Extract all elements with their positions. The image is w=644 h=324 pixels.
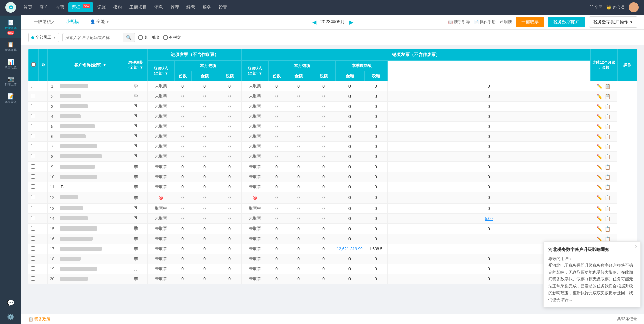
edit-icon[interactable]: ✏️ [597,154,602,159]
avatar[interactable] [629,2,639,12]
sidebar-item-smart-ticket[interactable]: 🧾 智能取票 new [0,16,21,38]
copy-icon[interactable]: 📋 [605,134,610,139]
row-checkbox[interactable] [31,184,35,189]
nav-item-manage[interactable]: 管理 [167,2,182,12]
copy-icon[interactable]: 📋 [605,84,610,89]
edit-icon[interactable]: ✏️ [597,104,602,109]
search-input[interactable] [63,34,123,42]
nav-item-ticket[interactable]: 票据 new [68,2,93,12]
tax-checkbox[interactable] [163,35,168,40]
row-checkbox[interactable] [31,216,35,220]
copy-icon[interactable]: 📋 [605,114,610,119]
copy-icon[interactable]: 📋 [605,104,610,109]
season-amount-value[interactable]: 12,621,319.99 [337,247,363,251]
error-icon[interactable]: ⊗ [158,194,163,201]
tax-policy-link[interactable]: 📋税务政策 [28,316,50,322]
sidebar-item-ticket-entry[interactable]: 📝 票据录入 [0,90,21,107]
nav-item-invoice[interactable]: 收票 [52,2,68,12]
row-checkbox[interactable] [31,276,35,281]
edit-icon[interactable]: ✏️ [597,226,602,232]
copy-icon[interactable]: 📋 [605,154,610,159]
copy-icon[interactable]: 📋 [605,164,610,170]
tab-small[interactable]: 小规模 [61,15,85,29]
edit-icon[interactable]: ✏️ [597,134,602,139]
copy-icon[interactable]: 📋 [605,184,610,190]
sidebar-bottom-icon2[interactable]: ⚙️ [7,310,14,324]
digital-account-btn[interactable]: 税务数字账户 [548,17,585,27]
ledger-checkbox-label[interactable]: 名下账套 [138,35,160,40]
edit-icon[interactable]: ✏️ [597,216,602,221]
row-checkbox[interactable] [31,266,35,271]
copy-icon[interactable]: 📋 [605,174,610,180]
sidebar-bottom-icon1[interactable]: 💬 [7,296,14,310]
row-checkbox[interactable] [31,195,35,199]
row-checkbox[interactable] [31,164,35,169]
edit-icon[interactable]: ✏️ [597,114,602,119]
edit-icon[interactable]: ✏️ [597,124,602,129]
row-checkbox[interactable] [31,226,35,231]
copy-icon[interactable]: 📋 [605,236,610,242]
notification-close-btn[interactable]: × [635,244,638,250]
employee-select[interactable]: 全部员工 ▼ [28,33,59,42]
cumulative-value[interactable]: 5.00 [485,216,493,221]
row-checkbox[interactable] [31,134,35,138]
row-checkbox[interactable] [31,154,35,158]
tab-general[interactable]: 一般纳税人 [28,15,61,29]
table-settings-icon[interactable]: ⚙ [41,63,45,67]
copy-icon[interactable]: 📋 [605,94,610,99]
copy-icon[interactable]: 📋 [605,226,610,232]
row-checkbox[interactable] [31,256,35,261]
edit-icon[interactable]: ✏️ [597,184,602,190]
prev-month-btn[interactable]: ◀ [312,19,316,25]
nav-item-tax[interactable]: 报税 [110,2,125,12]
nav-item-accounting[interactable]: 记账 [94,2,109,12]
nav-item-message[interactable]: 消息 [151,2,166,12]
next-month-btn[interactable]: ▶ [349,19,353,25]
row-checkbox[interactable] [31,206,35,210]
nav-item-business[interactable]: 工商项目 [126,2,150,12]
row-checkbox[interactable] [31,144,35,148]
row-checkbox[interactable] [31,104,35,108]
row-checkbox[interactable] [31,84,35,88]
refresh-link[interactable]: ↺刷新 [500,19,512,25]
copy-icon[interactable]: 📋 [605,124,610,129]
nav-item-customer[interactable]: 客户 [36,2,52,12]
edit-icon[interactable]: ✏️ [597,206,602,211]
new-guide-link[interactable]: 📖新手引导 [448,19,470,25]
error-icon[interactable]: ⊗ [252,194,257,201]
row-checkbox[interactable] [31,114,35,118]
fullscreen-btn[interactable]: ⛶全屏 [589,5,602,10]
digital-dropdown-btn[interactable]: 税务数字账户操作 ▼ [589,16,637,28]
col-name-header[interactable]: 客户名称(全部) ▼ [74,63,106,67]
nav-item-finance[interactable]: 经营 [183,2,199,12]
row-checkbox[interactable] [31,236,35,241]
edit-icon[interactable]: ✏️ [597,94,602,99]
nav-item-settings[interactable]: 设置 [215,2,231,12]
row-checkbox[interactable] [31,174,35,179]
nav-item-home[interactable]: 首页 [20,2,36,12]
sidebar-item-scan-upload[interactable]: 📷 扫描上传 [0,72,21,90]
copy-icon[interactable]: 📋 [605,216,610,221]
edit-icon[interactable]: ✏️ [597,144,602,149]
edit-icon[interactable]: ✏️ [597,236,602,242]
copy-icon[interactable]: 📋 [605,206,610,211]
sidebar-item-issue-ticket[interactable]: 📋 发票开具 [0,38,21,55]
sidebar-item-ticket-summary[interactable]: 📊 票据汇总 [0,55,21,73]
output-status-header[interactable]: 取票状态(全部) ▼ [248,66,262,75]
member-btn[interactable]: 👑购会员 [606,5,625,10]
row-checkbox[interactable] [31,124,35,128]
one-click-btn[interactable]: 一键取票 [516,17,544,27]
copy-icon[interactable]: 📋 [605,195,610,200]
select-all-checkbox[interactable] [31,62,36,67]
col-period-header[interactable]: 纳税周期(全部) ▼ [128,60,143,69]
tax-checkbox-label[interactable]: 有税盘 [163,35,181,40]
edit-icon[interactable]: ✏️ [597,174,602,180]
copy-icon[interactable]: 📋 [605,144,610,149]
row-checkbox[interactable] [31,246,35,251]
nav-item-service[interactable]: 服务 [199,2,215,12]
ledger-checkbox[interactable] [138,35,143,40]
input-status-header[interactable]: 取票状态(全部) ▼ [154,66,168,75]
edit-icon[interactable]: ✏️ [597,195,602,200]
tab-full[interactable]: 👤 全能 ▼ [85,15,115,29]
edit-icon[interactable]: ✏️ [597,164,602,170]
